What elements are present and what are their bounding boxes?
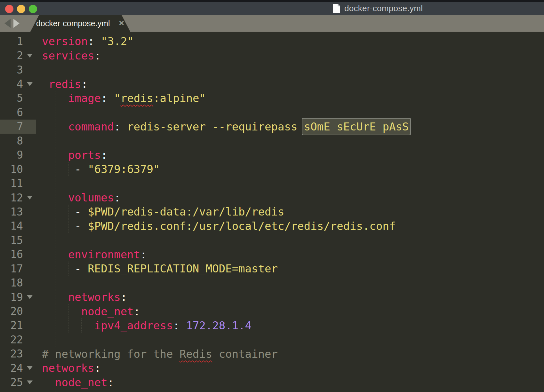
code-line[interactable]: 3 (0, 63, 544, 77)
code-line[interactable]: 12 volumes: (0, 191, 544, 205)
code-line[interactable]: 22 (0, 333, 544, 347)
minimize-window-icon[interactable] (17, 5, 25, 13)
code-text[interactable]: redis: (36, 77, 544, 91)
code-line[interactable]: 15 (0, 233, 544, 247)
code-text[interactable]: ipam: (36, 389, 544, 392)
gutter: 1 (0, 34, 36, 48)
code-line[interactable]: 10 - "6379:6379" (0, 162, 544, 176)
back-arrow-icon[interactable] (4, 19, 11, 28)
tab-close-icon[interactable]: ✕ (119, 20, 124, 27)
fold-arrow-icon[interactable] (27, 196, 33, 200)
indent-guide (42, 205, 42, 219)
code-text[interactable]: node_net: (36, 375, 544, 389)
code-token: command (68, 120, 114, 133)
code-text[interactable]: volumes: (36, 191, 544, 205)
fold-arrow-icon[interactable] (27, 295, 33, 299)
code-token: networks (42, 362, 94, 374)
fold-arrow-icon[interactable] (27, 54, 33, 58)
code-text[interactable]: node_net: (36, 304, 544, 318)
code-text[interactable]: - $PWD/redis-data:/var/lib/redis (36, 205, 544, 219)
indent-guide (55, 318, 55, 333)
code-token: " (114, 92, 120, 105)
line-number: 21 (0, 319, 23, 332)
code-text[interactable]: command: redis-server --requirepass sOmE… (36, 120, 544, 134)
tab-docker-compose[interactable]: docker-compose.yml ✕ (30, 15, 130, 32)
code-token: ipam (68, 390, 94, 392)
code-text[interactable] (36, 176, 544, 190)
gutter: 9 (0, 148, 36, 162)
code-text[interactable]: networks: (36, 290, 544, 304)
code-text[interactable]: image: "redis:alpine" (36, 91, 544, 105)
code-text[interactable]: - $PWD/redis.conf:/usr/local/etc/redis/r… (36, 219, 544, 233)
line-number: 25 (0, 376, 23, 388)
indent-guide (42, 389, 42, 392)
code-text[interactable] (36, 63, 544, 77)
code-line[interactable]: 11 (0, 176, 544, 190)
code-text[interactable] (36, 134, 544, 148)
code-text[interactable]: services: (36, 48, 544, 62)
code-line[interactable]: 16 environment: (0, 247, 544, 262)
code-token: 172.28.1.4 (186, 319, 252, 332)
code-line[interactable]: 1version: "3.2" (0, 34, 544, 48)
code-line[interactable]: 18 (0, 276, 544, 290)
code-text[interactable]: ipv4_address: 172.28.1.4 (36, 318, 544, 333)
code-line[interactable]: 7 command: redis-server --requirepass sO… (0, 120, 544, 134)
indent-guide (55, 148, 55, 162)
zoom-window-icon[interactable] (29, 5, 37, 13)
line-number: 20 (0, 305, 23, 318)
code-text[interactable] (36, 233, 544, 247)
code-editor[interactable]: 1version: "3.2"2services:34 redis:5 imag… (0, 32, 544, 392)
fold-arrow-icon[interactable] (27, 380, 33, 384)
code-token (42, 205, 75, 218)
gutter: 15 (0, 233, 36, 247)
indent-guide (42, 290, 42, 304)
indent-guide (55, 134, 55, 148)
code-text[interactable]: - REDIS_REPLICATION_MODE=master (36, 262, 544, 276)
code-token: container (212, 348, 278, 360)
indent-guide (55, 262, 55, 276)
code-line[interactable]: 20 node_net: (0, 304, 544, 318)
code-line[interactable]: 24networks: (0, 361, 544, 375)
code-token (42, 376, 55, 389)
code-text[interactable] (36, 105, 544, 119)
code-line[interactable]: 19 networks: (0, 290, 544, 304)
code-text[interactable]: version: "3.2" (36, 34, 544, 48)
code-text[interactable]: # networking for the Redis container (36, 347, 544, 361)
line-number: 6 (0, 106, 23, 119)
code-line[interactable]: 25 node_net: (0, 375, 544, 389)
indent-guide (42, 120, 42, 134)
code-line[interactable]: 8 (0, 134, 544, 148)
code-text[interactable] (36, 333, 544, 347)
document-icon (333, 4, 340, 13)
fold-arrow-icon[interactable] (27, 82, 33, 86)
indent-guide (81, 318, 82, 333)
code-token (42, 163, 75, 176)
code-text[interactable] (36, 276, 544, 290)
code-line[interactable]: 26 ipam: (0, 389, 544, 392)
gutter: 11 (0, 176, 36, 190)
window-title-group: docker-compose.yml (333, 2, 423, 15)
code-token: : (81, 78, 88, 90)
fold-arrow-icon[interactable] (27, 366, 33, 370)
code-line[interactable]: 6 (0, 105, 544, 119)
forward-arrow-icon[interactable] (13, 19, 20, 28)
code-line[interactable]: 21 ipv4_address: 172.28.1.4 (0, 318, 544, 333)
code-line[interactable]: 17 - REDIS_REPLICATION_MODE=master (0, 262, 544, 276)
code-text[interactable]: - "6379:6379" (36, 162, 544, 176)
code-line[interactable]: 2services: (0, 48, 544, 62)
code-line[interactable]: 23# networking for the Redis container (0, 347, 544, 361)
tab-label: docker-compose.yml (36, 19, 110, 28)
line-number: 3 (0, 64, 23, 76)
code-line[interactable]: 5 image: "redis:alpine" (0, 91, 544, 105)
code-text[interactable]: environment: (36, 247, 544, 262)
code-line[interactable]: 4 redis: (0, 77, 544, 91)
code-text[interactable]: networks: (36, 361, 544, 375)
indent-guide (55, 191, 55, 205)
code-line[interactable]: 9 ports: (0, 148, 544, 162)
code-line[interactable]: 14 - $PWD/redis.conf:/usr/local/etc/redi… (0, 219, 544, 233)
close-window-icon[interactable] (5, 5, 13, 13)
code-text[interactable]: ports: (36, 148, 544, 162)
code-line[interactable]: 13 - $PWD/redis-data:/var/lib/redis (0, 205, 544, 219)
code-token: image (68, 92, 101, 105)
code-token: : (121, 291, 127, 303)
